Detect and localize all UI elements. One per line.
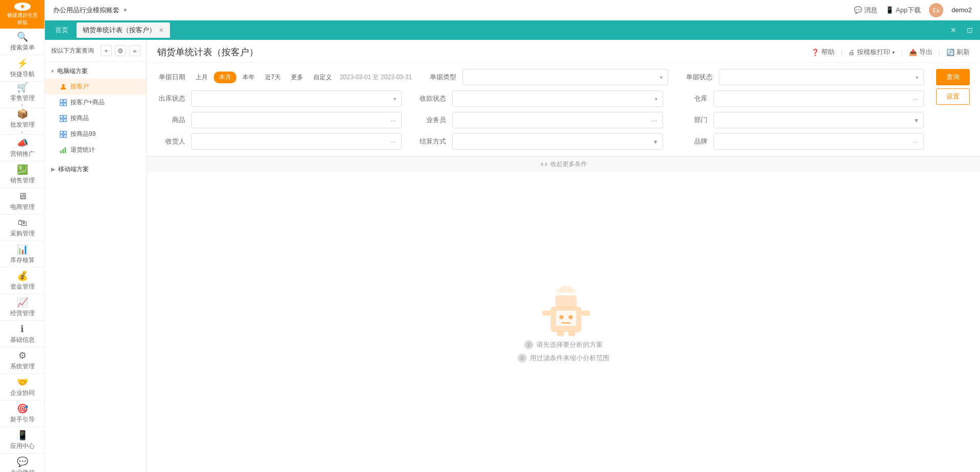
- sidebar-item-search-menu[interactable]: 🔍 搜索菜单: [0, 29, 44, 55]
- sidebar-item-retail[interactable]: 🛒 零售管理 ▾: [0, 82, 44, 108]
- sidebar-item-purchase[interactable]: 🛍 采购管理: [0, 215, 44, 241]
- brand-select[interactable]: ···: [714, 133, 924, 150]
- help-icon: ❓: [811, 49, 819, 56]
- page-actions: ❓ 帮助 | 🖨 按模板打印 ▾ | 📤 导出 |: [811, 48, 970, 57]
- svg-point-0: [62, 84, 64, 86]
- export-label: 导出: [919, 48, 933, 57]
- operations-icon: 📈: [17, 297, 28, 308]
- sidebar-item-wholesale[interactable]: 📦 批发管理 ▴: [0, 108, 44, 135]
- receipt-status-label: 收款状态: [418, 94, 446, 103]
- scheme-item-by-customer-product[interactable]: 按客户+商品: [45, 95, 146, 110]
- empty-hint-1-text: 请先选择要分析的方案: [536, 340, 603, 349]
- tab-sales-stats[interactable]: 销货单统计表（按客户） ✕: [77, 22, 170, 38]
- date-this-year[interactable]: 本年: [238, 71, 259, 84]
- brand-label: 品牌: [679, 137, 707, 146]
- app-download-label: App下载: [896, 6, 921, 15]
- svg-rect-4: [64, 103, 66, 105]
- template-print-label: 按模板打印: [857, 48, 890, 57]
- collapse-bar[interactable]: ∧∧ 收起更多条件: [147, 156, 980, 172]
- doc-status-select[interactable]: ▾: [719, 69, 924, 85]
- tab-close-icon[interactable]: ✕: [159, 27, 164, 34]
- refresh-action[interactable]: 🔄 刷新: [946, 48, 970, 57]
- add-scheme-button[interactable]: +: [101, 45, 112, 56]
- sidebar-item-quick-nav[interactable]: ⚡ 快捷导航: [0, 55, 44, 82]
- collapse-panel-button[interactable]: «: [129, 45, 140, 56]
- sidebar-item-label: 销售管理: [10, 176, 35, 185]
- sidebar-item-label: 批发管理: [10, 121, 35, 129]
- scheme-item-label: 按客户+商品: [70, 98, 105, 107]
- svg-rect-5: [60, 115, 63, 117]
- desktop-group-header[interactable]: ▾ 电脑端方案: [45, 64, 146, 79]
- warehouse-select[interactable]: ···: [714, 90, 924, 107]
- empty-state: ① 请先选择要分析的方案 ② 用过滤条件来缩小分析范围: [147, 172, 980, 472]
- filter-settings-button[interactable]: 设置: [936, 88, 970, 105]
- settlement-select[interactable]: ▾: [452, 133, 663, 150]
- warehouse-label: 仓库: [679, 94, 707, 103]
- out-status-label: 出库状态: [157, 94, 185, 103]
- collapse-up-icon: ∧∧: [540, 161, 548, 168]
- sidebar-item-corp[interactable]: 🤝 企业协同: [0, 374, 44, 400]
- scheme-item-refund[interactable]: 退货统计: [45, 142, 146, 158]
- left-panel: 按以下方案查询 + ⚙ « ▾ 电脑端方案: [45, 40, 147, 472]
- sidebar-item-label: 应用中心: [10, 442, 35, 451]
- sidebar-item-app-center[interactable]: 📱 应用中心: [0, 427, 44, 454]
- svg-rect-11: [60, 134, 63, 137]
- user-name: demo2: [951, 6, 972, 14]
- svg-rect-6: [64, 115, 66, 117]
- sidebar-item-basic-info[interactable]: ℹ 基础信息: [0, 321, 44, 347]
- tab-home[interactable]: 首页: [49, 22, 75, 38]
- sidebar-item-label: 快捷导航: [10, 70, 35, 79]
- sidebar-item-corp-wechat[interactable]: 💬 企业微信: [0, 454, 44, 472]
- date-more[interactable]: 更多: [287, 71, 307, 84]
- product-label: 商品: [157, 115, 185, 125]
- recipient-select[interactable]: ···: [191, 133, 402, 150]
- receipt-status-select[interactable]: ▾: [452, 90, 663, 107]
- scheme-item-by-product[interactable]: 按商品: [45, 110, 146, 126]
- collapse-text: 收起更多条件: [550, 160, 587, 169]
- settlement-dropdown-icon: ▾: [654, 138, 657, 146]
- purchase-icon: 🛍: [18, 218, 27, 228]
- department-select[interactable]: ▾: [714, 112, 924, 128]
- doc-type-select[interactable]: ▾: [462, 69, 668, 85]
- scheme-item-by-customer[interactable]: 按客户: [45, 79, 146, 95]
- date-last-7-days[interactable]: 近7天: [261, 71, 285, 84]
- sidebar-item-operations[interactable]: 📈 经营管理: [0, 294, 44, 321]
- chevron-right-icon: ▶: [51, 166, 55, 173]
- sidebar-item-ecom[interactable]: 🖥 电商管理: [0, 188, 44, 215]
- date-last-month[interactable]: 上月: [191, 71, 212, 84]
- search-menu-icon: 🔍: [17, 31, 28, 42]
- recipient-dots: ···: [390, 138, 396, 146]
- user-avatar[interactable]: Ea: [929, 3, 943, 17]
- svg-rect-23: [557, 331, 564, 336]
- settings-scheme-button[interactable]: ⚙: [115, 45, 126, 56]
- date-custom[interactable]: 自定义: [309, 71, 336, 84]
- header-dropdown-icon[interactable]: ▾: [124, 6, 127, 14]
- sidebar-item-inventory[interactable]: 📊 库存核算: [0, 241, 44, 268]
- scheme-item-by-product-99[interactable]: 按商品99: [45, 126, 146, 142]
- mobile-scheme-group: ▶ 移动端方案: [45, 160, 146, 179]
- mobile-group-header[interactable]: ▶ 移动端方案: [45, 162, 146, 177]
- sidebar-item-sys[interactable]: ⚙ 系统管理: [0, 347, 44, 374]
- out-status-select[interactable]: ▾: [191, 90, 402, 107]
- close-all-tabs-button[interactable]: ✕: [947, 24, 960, 36]
- svg-rect-2: [64, 99, 66, 102]
- help-label: 帮助: [821, 48, 835, 57]
- export-action[interactable]: 📤 导出: [909, 48, 933, 57]
- salesperson-select[interactable]: ···: [452, 112, 663, 128]
- query-button[interactable]: 查询: [936, 69, 970, 85]
- date-this-month[interactable]: 本月: [214, 72, 236, 83]
- logo-icon: ✦: [14, 3, 31, 11]
- content-area: 按以下方案查询 + ⚙ « ▾ 电脑端方案: [45, 40, 980, 472]
- restore-window-button[interactable]: ⊡: [964, 24, 976, 36]
- template-print-action[interactable]: 🖨 按模板打印 ▾: [848, 48, 895, 57]
- sidebar-item-finance[interactable]: 💰 资金管理: [0, 268, 44, 294]
- sidebar-item-marketing[interactable]: 📣 营销推广: [0, 135, 44, 161]
- scheme-item-label: 按客户: [70, 82, 89, 91]
- help-action[interactable]: ❓ 帮助: [811, 48, 835, 57]
- sidebar-item-new-guide[interactable]: 🎯 新手引导: [0, 400, 44, 427]
- tab-bar: 首页 销货单统计表（按客户） ✕ ✕ ⊡: [45, 20, 980, 40]
- product-select[interactable]: ···: [191, 112, 402, 128]
- message-action[interactable]: 💬 消息: [854, 6, 877, 15]
- sidebar-item-sales[interactable]: 💹 销售管理: [0, 161, 44, 188]
- app-download-action[interactable]: 📱 App下载: [886, 6, 921, 15]
